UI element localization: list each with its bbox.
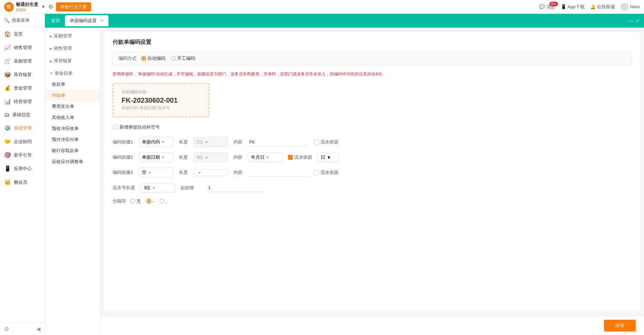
sub-item-adjust[interactable]: 应收应付调整单 bbox=[45, 156, 100, 167]
tab-close-icon[interactable]: ✕ bbox=[100, 18, 104, 23]
content-2-value: 年月日 bbox=[251, 154, 265, 160]
sidebar-item-inventory[interactable]: 📦 库存核算 bbox=[0, 68, 45, 81]
search-menu[interactable]: 🔍 搜索菜单 bbox=[0, 14, 45, 27]
top-bar-right: 💬 消息 99+ 📱 App下载 🔔 在线客服 Nare bbox=[539, 3, 640, 11]
tab-encoding[interactable]: 单据编码设置 ✕ bbox=[65, 15, 108, 26]
day-value: 日 bbox=[321, 154, 325, 160]
settings-bottom-icon[interactable]: ⚙ bbox=[4, 326, 9, 332]
nav-dropdown[interactable]: ▼ bbox=[41, 4, 46, 9]
sub-item-expense[interactable]: 费用支出单 bbox=[45, 101, 100, 112]
message-area[interactable]: 💬 消息 99+ bbox=[539, 4, 555, 10]
sub-item-advance-pay[interactable]: 预付冲应付单 bbox=[45, 134, 100, 145]
user-avatar bbox=[621, 3, 629, 11]
sub-item-receipt[interactable]: 收款单 bbox=[45, 79, 100, 90]
content-3-input[interactable] bbox=[248, 168, 309, 177]
sep-dot-label: - bbox=[153, 199, 154, 204]
start-value-input[interactable] bbox=[207, 184, 268, 192]
sub-item-bank[interactable]: 银行存取款单 bbox=[45, 145, 100, 156]
coding-method-label: 编码方式 bbox=[118, 55, 136, 62]
day-select[interactable]: 日 ▼ bbox=[318, 152, 338, 162]
sub-item-income[interactable]: 其他收入单 bbox=[45, 112, 100, 123]
gear-button[interactable]: ⚙ bbox=[48, 3, 53, 10]
info-text-content: 新增单据时，'单据编码'自动生成，不可编辑。前缀设置为部门、业务员等档案类，开单… bbox=[113, 72, 386, 76]
sub-header-sales[interactable]: ▶ 销售管理 bbox=[45, 43, 100, 54]
manual-code-option[interactable]: 手工编码 bbox=[171, 55, 195, 62]
collapse-icon[interactable]: ◀ bbox=[36, 326, 40, 332]
app-download-area[interactable]: 📱 App下载 bbox=[561, 4, 585, 10]
user-area[interactable]: Nare bbox=[621, 3, 640, 11]
sub-header-capital[interactable]: ▼ 资金往来 bbox=[45, 68, 100, 79]
auto-code-option[interactable]: 自动编码 bbox=[141, 55, 165, 62]
arrow-capital-icon: ▼ bbox=[50, 72, 53, 75]
content-2-arrow-icon: ▼ bbox=[266, 156, 269, 159]
sub-group-inventory: ▶ 库存核算 bbox=[45, 55, 100, 66]
sidebar-sales-label: 销售管理 bbox=[14, 45, 32, 51]
serial-checkbox-3[interactable] bbox=[314, 170, 319, 175]
service-area[interactable]: 🔔 在线客服 bbox=[590, 4, 615, 10]
sep-dot2-radio[interactable] bbox=[160, 199, 164, 204]
preview-sub: 单据代码-单据日期-流水号 bbox=[122, 105, 200, 111]
sep-none-radio[interactable] bbox=[130, 199, 135, 204]
length-3-select[interactable]: ▼ bbox=[193, 169, 228, 176]
finance-icon: 💰 bbox=[4, 85, 11, 91]
auto-code-radio[interactable] bbox=[141, 56, 146, 61]
sub-item-payment[interactable]: 付款单 bbox=[45, 90, 100, 101]
coding-method-row: 编码方式 自动编码 手工编码 bbox=[113, 52, 632, 65]
prefix-3-select[interactable]: 空 ▼ bbox=[139, 168, 173, 177]
serial-checkbox-2[interactable] bbox=[288, 155, 293, 160]
serial-length-arrow-icon: ▼ bbox=[152, 186, 155, 190]
tab-home-label: 首页 bbox=[51, 18, 60, 24]
sidebar-item-home[interactable]: 🏠 首页 bbox=[0, 27, 45, 41]
industry-button[interactable]: 体验行业方案 bbox=[56, 2, 91, 11]
manual-code-radio[interactable] bbox=[171, 56, 176, 61]
tab-minimize-icon[interactable]: — bbox=[628, 18, 633, 24]
sub-sidebar: ▶ 采购管理 ▶ 销售管理 ▶ 库存核算 bbox=[45, 28, 100, 335]
serial-length-select[interactable]: 3位 ▼ bbox=[141, 183, 175, 193]
app-icon: 📱 bbox=[561, 4, 566, 9]
sub-header-inventory-label: 库存核算 bbox=[54, 58, 72, 64]
sidebar-item-business[interactable]: 📊 经营管理 bbox=[0, 95, 45, 108]
sub-header-purchase[interactable]: ▶ 采购管理 bbox=[45, 30, 100, 41]
sep-dot-radio[interactable] bbox=[146, 199, 151, 204]
sidebar-item-guide[interactable]: 🎯 新手引导 bbox=[0, 148, 45, 162]
top-bar-nav: ▼ ⚙ 体验行业方案 bbox=[41, 2, 91, 11]
sidebar-item-finance[interactable]: 💰 资金管理 bbox=[0, 81, 45, 95]
sidebar-item-enterprise[interactable]: 🤝 企业协同 bbox=[0, 135, 45, 148]
sidebar: 🔍 搜索菜单 🏠 首页 📈 销售管理 🛒 采购管理 📦 库存核算 💰 资金管理 … bbox=[0, 14, 45, 335]
content-2-select[interactable]: 年月日 ▼ bbox=[248, 152, 282, 162]
prefix-1-select[interactable]: 单据代码 ▼ bbox=[139, 137, 173, 147]
sidebar-item-purchase[interactable]: 🛒 采购管理 bbox=[0, 54, 45, 68]
prefix-3-label: 编码前缀3 bbox=[113, 169, 133, 176]
user-name: Nare bbox=[630, 4, 640, 9]
sidebar-item-system[interactable]: ⚙️ 系统管理 bbox=[0, 121, 45, 135]
serial-label-2: 流水依据 bbox=[294, 154, 312, 160]
logo-area: 畅 畅通好生意 旗舰版 bbox=[4, 1, 38, 12]
sidebar-item-basic[interactable]: 🗂 基础信息 bbox=[0, 108, 45, 121]
auto-fill-checkbox[interactable] bbox=[113, 125, 117, 130]
separator-options: 无 - . bbox=[130, 198, 167, 204]
apps-icon: 📱 bbox=[4, 165, 11, 172]
save-button[interactable]: 保存 bbox=[604, 320, 636, 332]
serial-checkbox-1[interactable] bbox=[314, 140, 319, 145]
content-1-label: 内容 bbox=[233, 139, 242, 145]
prefix-2-select[interactable]: 单据日期 ▼ bbox=[139, 152, 173, 162]
sep-none-label: 无 bbox=[136, 198, 141, 204]
separator-none[interactable]: 无 bbox=[130, 198, 141, 204]
tab-home[interactable]: 首页 bbox=[46, 15, 65, 26]
separator-dot2[interactable]: . bbox=[160, 199, 167, 204]
content-1-input[interactable] bbox=[248, 138, 309, 146]
basic-icon: 🗂 bbox=[4, 112, 10, 118]
guide-icon: 🎯 bbox=[4, 152, 11, 158]
tab-maximize-icon[interactable]: ⤢ bbox=[636, 18, 640, 24]
separator-dot[interactable]: - bbox=[146, 199, 154, 204]
sidebar-item-sales[interactable]: 📈 销售管理 bbox=[0, 41, 45, 54]
sub-item-advance-receive[interactable]: 预收冲应收单 bbox=[45, 123, 100, 134]
tab-bar: 首页 单据编码设置 ✕ — ⤢ bbox=[45, 14, 644, 28]
sidebar-item-member[interactable]: 👑 畅会员 bbox=[0, 175, 45, 189]
nav-dropdown-text: ▼ bbox=[41, 4, 46, 9]
tab-bar-actions: — ⤢ bbox=[628, 18, 643, 24]
length-3-label: 长度 bbox=[179, 169, 188, 176]
sub-header-inventory[interactable]: ▶ 库存核算 bbox=[45, 55, 100, 66]
length-2-label: 长度 bbox=[179, 154, 188, 160]
sidebar-item-apps[interactable]: 📱 应用中心 bbox=[0, 162, 45, 175]
